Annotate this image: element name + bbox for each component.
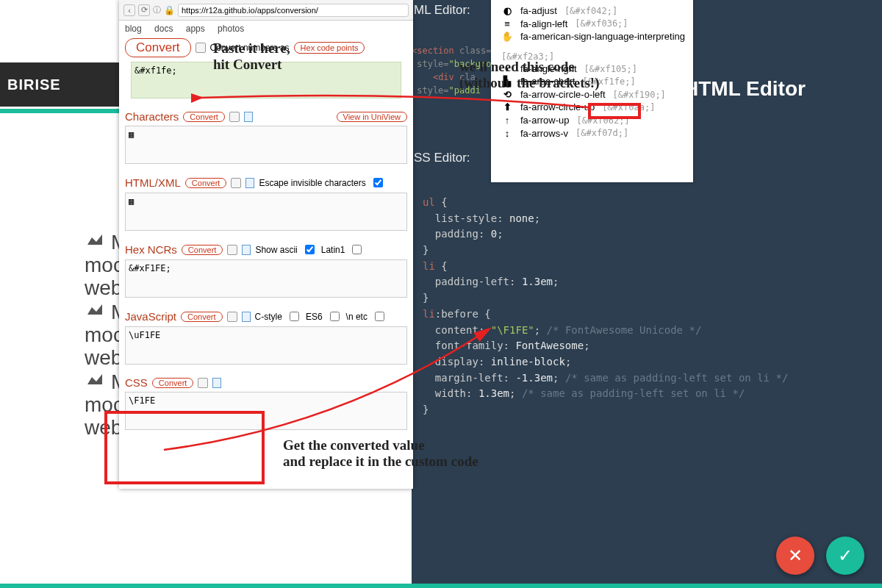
cstyle-checkbox[interactable] bbox=[290, 312, 299, 321]
address-bar: ‹ ⟳ ⓘ 🔒 https://r12a.github.io/apps/conv… bbox=[119, 0, 413, 21]
fa-item[interactable]: ✋fa-american-sign-language-interpreting[… bbox=[501, 30, 687, 62]
check-icon: ✓ bbox=[838, 545, 853, 566]
convert-button[interactable]: Convert bbox=[185, 178, 227, 188]
hexncr-output[interactable]: &#xF1FE; bbox=[125, 259, 407, 298]
url-field[interactable]: https://r12a.github.io/apps/conversion/ bbox=[178, 4, 409, 17]
htmlxml-output[interactable]: ▦ bbox=[125, 193, 407, 231]
cstyle-label: C-style bbox=[255, 312, 282, 322]
arrow-icon bbox=[158, 323, 496, 456]
section-title: HTML/XML bbox=[125, 176, 181, 189]
padlock-icon: 🔒 bbox=[164, 5, 175, 15]
css-editor-label: SS Editor: bbox=[414, 151, 470, 165]
showascii-checkbox[interactable] bbox=[305, 245, 315, 254]
nav-link[interactable]: blog bbox=[125, 24, 142, 34]
hex-mode-pill[interactable]: Hex code points bbox=[294, 42, 365, 54]
site-nav: blog docs apps photos bbox=[119, 21, 413, 37]
section-title: Hex NCRs bbox=[125, 243, 177, 256]
nav-link[interactable]: photos bbox=[218, 24, 244, 34]
doc-icon[interactable] bbox=[242, 312, 251, 322]
section-title: Characters bbox=[125, 110, 179, 123]
showascii-label: Show ascii bbox=[255, 245, 297, 255]
convert-button[interactable]: Convert bbox=[181, 312, 223, 322]
nav-link[interactable]: docs bbox=[154, 24, 173, 34]
latin1-label: Latin1 bbox=[321, 245, 345, 255]
copy-icon[interactable] bbox=[227, 245, 237, 255]
adjust-icon: ◐ bbox=[501, 4, 513, 18]
html-editor-label: ML Editor: bbox=[414, 3, 470, 18]
section-title: JavaScript bbox=[125, 310, 176, 323]
es6-label: ES6 bbox=[306, 312, 323, 322]
confirm-button[interactable]: ✓ bbox=[826, 537, 864, 575]
reload-button[interactable]: ⟳ bbox=[138, 4, 150, 16]
latin1-checkbox[interactable] bbox=[352, 245, 362, 254]
annotation: Paste it here, hit Convert bbox=[213, 40, 290, 73]
netc-label: \n etc bbox=[346, 312, 368, 322]
align-left-icon: ≡ bbox=[501, 18, 513, 31]
escape-label: Escape invisible characters bbox=[259, 178, 365, 188]
section-title: CSS bbox=[125, 376, 148, 389]
arrow-icon bbox=[191, 87, 595, 116]
back-button[interactable]: ‹ bbox=[123, 4, 135, 16]
area-chart-icon bbox=[85, 301, 105, 318]
es6-checkbox[interactable] bbox=[330, 312, 340, 321]
asl-icon: ✋ bbox=[501, 30, 513, 43]
annotation: Get the converted value and replace it i… bbox=[283, 437, 478, 470]
nav-link[interactable]: apps bbox=[186, 24, 205, 34]
highlight-box bbox=[588, 103, 641, 119]
htmlxml-section: HTML/XML Convert Escape invisible charac… bbox=[125, 170, 407, 231]
area-chart-icon bbox=[85, 232, 105, 248]
arrows-v-icon: ↕ bbox=[501, 127, 513, 140]
copy-icon[interactable] bbox=[231, 178, 241, 188]
divider bbox=[0, 584, 882, 588]
escape-checkbox[interactable] bbox=[373, 178, 383, 187]
area-chart-icon bbox=[85, 371, 105, 387]
fa-item[interactable]: ≡fa-align-left[&#xf036;] bbox=[501, 18, 687, 31]
fa-item[interactable]: ↕fa-arrows-v[&#xf07d;] bbox=[501, 127, 687, 140]
hexncr-section: Hex NCRs Convert Show ascii Latin1 &#xF1… bbox=[125, 237, 407, 298]
copy-icon[interactable] bbox=[196, 43, 206, 53]
characters-output[interactable]: ▦ bbox=[125, 126, 407, 164]
fa-item[interactable]: ◐fa-adjust[&#xf042;] bbox=[501, 4, 687, 18]
info-icon[interactable]: ⓘ bbox=[153, 4, 161, 15]
copy-icon[interactable] bbox=[227, 312, 237, 322]
close-icon: ✕ bbox=[788, 545, 803, 566]
cancel-button[interactable]: ✕ bbox=[776, 537, 814, 575]
convert-button[interactable]: Convert bbox=[125, 38, 191, 57]
annotation: we'll need this code (without the bracke… bbox=[459, 59, 600, 91]
doc-icon[interactable] bbox=[242, 245, 251, 255]
doc-icon[interactable] bbox=[245, 178, 254, 188]
convert-button[interactable]: Convert bbox=[182, 245, 223, 255]
netc-checkbox[interactable] bbox=[375, 312, 384, 321]
